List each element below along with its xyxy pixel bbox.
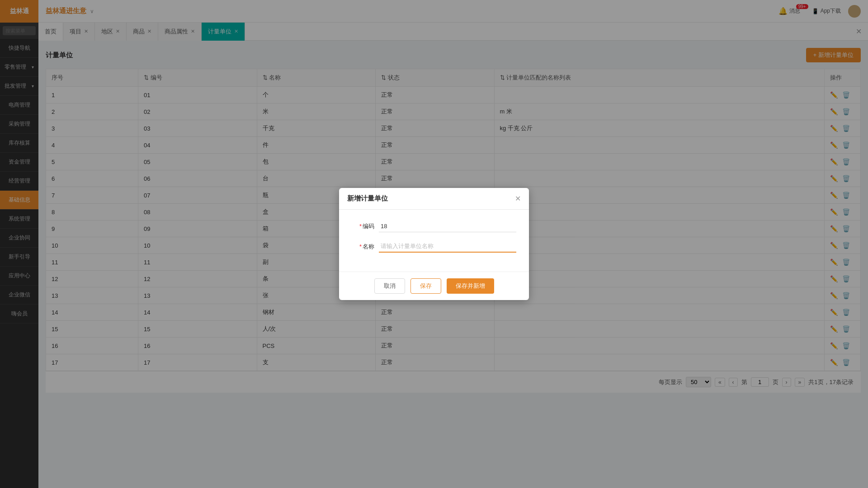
modal-overlay[interactable]: 新增计量单位 ✕ *编码 *名称 取消 保存 保存并新增 (0, 0, 868, 488)
name-label: *名称 (352, 243, 374, 251)
form-row-code: *编码 (352, 221, 516, 232)
add-unit-modal: 新增计量单位 ✕ *编码 *名称 取消 保存 保存并新增 (339, 188, 529, 300)
modal-body: *编码 *名称 (339, 210, 529, 272)
name-input[interactable] (379, 240, 516, 253)
code-input[interactable] (379, 221, 516, 232)
cancel-button[interactable]: 取消 (374, 278, 405, 294)
save-and-new-button[interactable]: 保存并新增 (447, 278, 494, 294)
modal-title: 新增计量单位 (347, 194, 388, 203)
modal-header: 新增计量单位 ✕ (339, 188, 529, 210)
form-row-name: *名称 (352, 240, 516, 253)
modal-close-button[interactable]: ✕ (515, 194, 521, 203)
code-label: *编码 (352, 222, 374, 230)
save-button[interactable]: 保存 (410, 278, 441, 294)
modal-footer: 取消 保存 保存并新增 (339, 272, 529, 300)
